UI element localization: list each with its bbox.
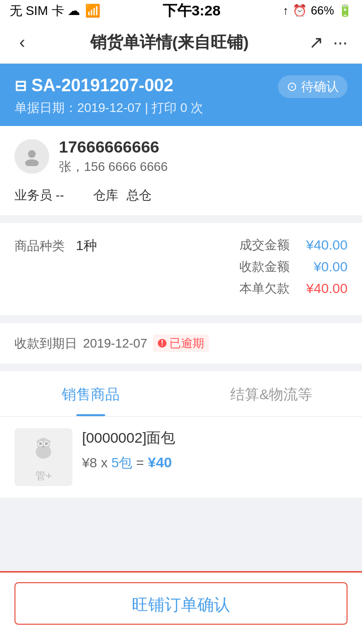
product-quantity: 5包 [111,455,133,470]
transaction-amount-value: ¥40.00 [299,238,348,253]
product-total: ¥40 [148,454,172,470]
product-unit-price: ¥8 x [82,455,111,470]
product-price-row: ¥8 x 5包 = ¥40 [82,454,348,472]
header-card: ⊟ SA-20191207-002 单据日期：2019-12-07 | 打印 0… [0,64,362,126]
battery-status: 66% [311,4,334,17]
overdue-text: 已逾期 [169,336,204,351]
customer-row: 17666666666 张，156 6666 6666 [14,138,348,175]
page-title: 销货单详情(来自旺铺) [30,31,309,54]
status-bar-right: ↑ ⏰ 66% 🔋 [283,4,352,17]
overdue-badge: ! 已逾期 [153,335,209,352]
owed-amount-label: 本单欠款 [239,280,290,297]
sim-status: 无 SIM 卡 ☁ [10,2,80,19]
status-icon: ⊙ [287,79,297,94]
customer-info: 17666666666 张，156 6666 6666 [59,138,168,175]
tabs-container: 销售商品 结算&物流等 [0,371,362,498]
product-thumbnail: 管+ [14,428,72,486]
customer-section: 17666666666 张，156 6666 6666 业务员 -- 仓库 总仓 [0,126,362,215]
tab-sales-products[interactable]: 销售商品 [0,371,181,416]
product-equal: = [132,455,148,470]
confirm-order-button[interactable]: 旺铺订单确认 [14,582,348,625]
due-date-section: 收款到期日 2019-12-07 ! 已逾期 [0,323,362,364]
warehouse-item: 仓库 总仓 [93,187,152,204]
nav-actions: ↗ ··· [309,32,348,53]
svg-point-0 [28,150,36,158]
bottom-bar: 旺铺订单确认 [0,571,362,644]
more-button[interactable]: ··· [333,32,348,53]
back-button[interactable]: ‹ [14,28,30,57]
product-info: [0000002]面包 ¥8 x 5包 = ¥40 [82,428,348,472]
tab-settlement-logistics[interactable]: 结算&物流等 [181,371,362,416]
order-status: ⊙ 待确认 [278,75,348,98]
summary-section: 商品种类 1种 成交金额 ¥40.00 收款金额 ¥0.00 本单欠款 ¥40.… [0,223,362,315]
header-card-left: ⊟ SA-20191207-002 单据日期：2019-12-07 | 打印 0… [14,75,203,116]
collection-amount-row: 收款金额 ¥0.00 [239,258,348,275]
overdue-icon: ! [158,339,167,348]
owed-amount-value: ¥40.00 [299,281,348,296]
transaction-amount-row: 成交金额 ¥40.00 [239,237,348,253]
amounts: 成交金额 ¥40.00 收款金额 ¥0.00 本单欠款 ¥40.00 [239,237,348,302]
status-text: 待确认 [301,78,339,95]
collection-amount-value: ¥0.00 [299,259,348,275]
due-date-value: 2019-12-07 [83,336,147,351]
order-date: 单据日期：2019-12-07 | 打印 0 次 [14,99,203,116]
order-id-row: ⊟ SA-20191207-002 [14,75,203,96]
due-date-label: 收款到期日 [14,335,77,352]
nav-bar: ‹ 销货单详情(来自旺铺) ↗ ··· [0,21,362,64]
alarm-icon: ⏰ [292,4,307,17]
location-icon: ↑ [283,4,289,17]
owed-amount-row: 本单欠款 ¥40.00 [239,280,348,297]
tabs: 销售商品 结算&物流等 [0,371,362,417]
customer-name: 张，156 6666 6666 [59,158,168,175]
product-list: 管+ [0000002]面包 ¥8 x 5包 = ¥40 [0,417,362,498]
battery-icon: 🔋 [338,4,352,17]
customer-meta: 业务员 -- 仓库 总仓 [14,185,348,204]
status-bar: 无 SIM 卡 ☁ 📶 下午3:28 ↑ ⏰ 66% 🔋 [0,0,362,21]
product-name: [0000002]面包 [82,428,348,448]
svg-point-1 [25,159,39,166]
customer-phone: 17666666666 [59,138,168,156]
salesperson-item: 业务员 -- [14,187,64,204]
order-icon: ⊟ [14,77,27,94]
status-bar-left: 无 SIM 卡 ☁ 📶 [10,2,100,19]
order-id: SA-20191207-002 [31,75,173,96]
product-item: 管+ [0000002]面包 ¥8 x 5包 = ¥40 [14,428,348,486]
status-bar-time: 下午3:28 [163,1,221,21]
share-button[interactable]: ↗ [309,32,323,53]
wifi-icon: 📶 [85,3,100,18]
product-types: 商品种类 1种 [14,237,97,255]
collection-amount-label: 收款金额 [239,258,290,275]
avatar [14,139,49,174]
transaction-amount-label: 成交金额 [239,237,290,253]
